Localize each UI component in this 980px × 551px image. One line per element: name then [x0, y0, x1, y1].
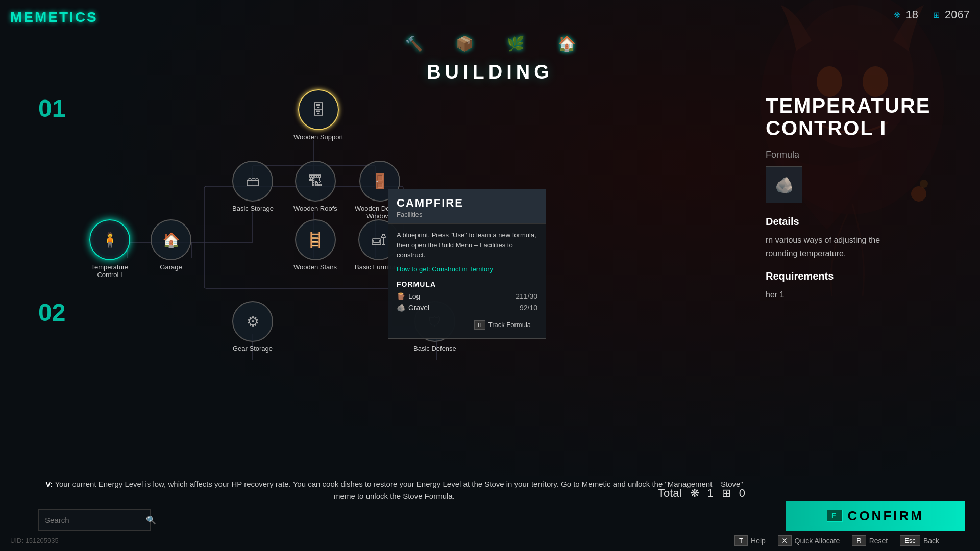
- ctrl-help[interactable]: T Help: [734, 535, 766, 546]
- node-circle-basic-storage: 🗃: [232, 161, 273, 202]
- uid-text: UID: 151205935: [10, 537, 59, 544]
- message-text: Your current Energy Level is low, which …: [55, 480, 743, 500]
- ingredient-log-name: 🪵 Log: [397, 292, 420, 300]
- top-stats-bar: ❋ 18 ⊞ 2067: [892, 8, 970, 21]
- row-label-1: 01: [38, 94, 65, 122]
- node-circle-wooden-stairs: 🪜: [295, 219, 336, 260]
- popup-description: A blueprint. Press "Use" to learn a new …: [397, 230, 537, 260]
- search-icon: 🔍: [146, 515, 156, 525]
- confirm-button[interactable]: F CONFIRM: [786, 501, 965, 531]
- quick-allocate-key: X: [778, 535, 792, 546]
- popup-tag: Facilities: [397, 211, 537, 218]
- node-circle-wooden-support: 🗄: [298, 89, 339, 130]
- confirm-label: CONFIRM: [848, 508, 924, 524]
- reset-key: R: [852, 535, 866, 546]
- confirm-key-badge: F: [827, 510, 843, 522]
- crystals-value: 18: [906, 8, 918, 21]
- quick-allocate-label: Quick Allocate: [795, 537, 840, 545]
- crystals-icon: ❋: [892, 9, 903, 20]
- tab-storage[interactable]: 📦: [449, 28, 480, 59]
- crystals-stat: ❋ 18: [892, 8, 918, 21]
- tab-row: 🔨 📦 🌿 🏠: [398, 28, 582, 59]
- node-basic-storage[interactable]: 🗃 Basic Storage: [232, 161, 274, 212]
- build-icon: ⊞: [930, 9, 942, 20]
- node-circle-wooden-roofs: 🏗: [295, 161, 336, 202]
- gravel-icon: 🪨: [397, 304, 405, 312]
- node-label-temperature-control: TemperatureControl I: [91, 263, 129, 279]
- popup-formula-title: FORMULA: [397, 280, 537, 288]
- popup-ingredient-gravel: 🪨 Gravel 92/10: [397, 304, 537, 312]
- track-key-badge: H: [474, 320, 485, 330]
- ctrl-back[interactable]: Esc Back: [900, 535, 939, 546]
- formula-label: Formula: [766, 149, 960, 160]
- popup-how-to-get: How to get: Construct in Territory: [397, 265, 537, 273]
- campfire-popup: CAMPFIRE Facilities A blueprint. Press "…: [388, 189, 546, 339]
- tab-building[interactable]: 🏠: [551, 28, 582, 59]
- popup-header: CAMPFIRE Facilities: [388, 189, 546, 224]
- node-circle-gear-storage: ⚙: [232, 301, 273, 342]
- requirements-section: Requirements her 1: [766, 268, 960, 302]
- total-build-icon: ⊞: [722, 487, 731, 500]
- node-wooden-support[interactable]: 🗄 Wooden Support: [293, 89, 343, 141]
- requirements-title: Requirements: [766, 268, 960, 284]
- node-label-basic-storage: Basic Storage: [232, 205, 274, 212]
- node-wooden-stairs[interactable]: 🪜 Wooden Stairs: [293, 219, 337, 271]
- popup-track-row: H Track Formula: [397, 318, 537, 332]
- node-wooden-roofs[interactable]: 🏗 Wooden Roofs: [293, 161, 337, 212]
- node-label-basic-defense: Basic Defense: [413, 345, 456, 353]
- node-label-wooden-roofs: Wooden Roofs: [293, 205, 337, 212]
- track-label: Track Formula: [488, 321, 531, 329]
- ctrl-reset[interactable]: R Reset: [852, 535, 888, 546]
- ingredient-gravel-name: 🪨 Gravel: [397, 304, 429, 312]
- node-gear-storage[interactable]: ⚙ Gear Storage: [232, 301, 273, 353]
- reset-label: Reset: [869, 537, 888, 545]
- track-formula-button[interactable]: H Track Formula: [468, 318, 537, 332]
- node-circle-garage: 🏠: [151, 219, 191, 260]
- help-key: T: [734, 535, 748, 546]
- popup-ingredient-log: 🪵 Log 211/30: [397, 292, 537, 300]
- log-icon: 🪵: [397, 292, 405, 300]
- search-box: 🔍: [38, 509, 151, 531]
- bottom-bar: UID: 151205935 T Help X Quick Allocate R…: [0, 535, 980, 546]
- tab-nature[interactable]: 🌿: [500, 28, 531, 59]
- total-section: Total ❋ 1 ⊞ 0: [658, 487, 745, 500]
- node-label-gear-storage: Gear Storage: [233, 345, 273, 353]
- row-label-2: 02: [38, 298, 65, 327]
- node-label-wooden-stairs: Wooden Stairs: [293, 263, 337, 271]
- ctrl-quick-allocate[interactable]: X Quick Allocate: [778, 535, 840, 546]
- back-label: Back: [923, 537, 939, 545]
- search-input[interactable]: [45, 516, 142, 524]
- details-text: rn various ways of adjusting therounding…: [766, 234, 960, 260]
- right-panel: TEMPERATURECONTROL I Formula 🪨 Details r…: [755, 84, 970, 520]
- formula-item-icon: 🪨: [775, 176, 794, 194]
- tab-hammer[interactable]: 🔨: [398, 28, 429, 59]
- node-circle-temperature-control: 🧍: [89, 219, 130, 260]
- requirements-text: her 1: [766, 288, 960, 302]
- details-title: Details: [766, 213, 960, 230]
- detail-title: TEMPERATURECONTROL I: [766, 94, 960, 139]
- back-key: Esc: [900, 535, 920, 546]
- help-label: Help: [751, 537, 766, 545]
- popup-body: A blueprint. Press "Use" to learn a new …: [388, 224, 546, 338]
- details-section: Details rn various ways of adjusting the…: [766, 213, 960, 260]
- node-temperature-control[interactable]: 🧍 TemperatureControl I: [89, 219, 130, 279]
- total-label: Total: [658, 487, 681, 500]
- section-title: BUILDING: [427, 61, 553, 83]
- popup-title: CAMPFIRE: [397, 196, 537, 210]
- total-crystals-value: 1: [707, 487, 714, 500]
- ingredient-log-count: 211/30: [516, 292, 537, 300]
- message-bar: V: Your current Energy Level is low, whi…: [38, 478, 750, 503]
- node-label-wooden-support: Wooden Support: [293, 133, 343, 141]
- formula-item-box: 🪨: [766, 166, 802, 203]
- node-label-garage: Garage: [160, 263, 182, 271]
- node-garage[interactable]: 🏠 Garage: [151, 219, 191, 271]
- total-crystals-icon: ❋: [690, 487, 699, 500]
- ingredient-gravel-count: 92/10: [520, 304, 537, 312]
- total-build-value: 0: [739, 487, 745, 500]
- message-v-label: V:: [45, 480, 53, 488]
- brand-title: MEMETICS: [10, 9, 98, 26]
- build-value: 2067: [945, 8, 970, 21]
- build-stat: ⊞ 2067: [930, 8, 970, 21]
- bottom-controls: T Help X Quick Allocate R Reset Esc Back: [734, 535, 939, 546]
